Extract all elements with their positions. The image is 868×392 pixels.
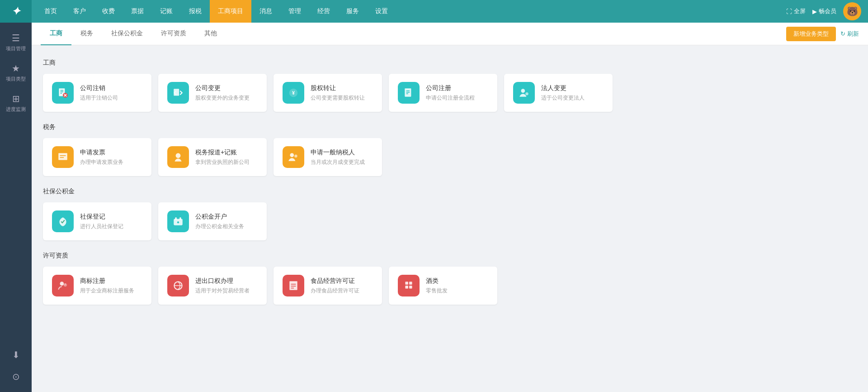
card-title-2-0: 社保登记 (80, 213, 123, 221)
card-title-0-4: 法人变更 (541, 84, 585, 92)
sidebar-item-project-management[interactable]: ☰ 项目管理 (0, 27, 32, 57)
nav-item-3[interactable]: 票据 (123, 0, 152, 23)
card-icon-0-2: ¥ (283, 82, 304, 104)
nav-item-10[interactable]: 服务 (338, 0, 367, 23)
sidebar-label-project-management: 项目管理 (6, 45, 26, 52)
sidebar-item-project-type[interactable]: ★ 项目类型 (0, 57, 32, 88)
tab-qita-label: 其他 (204, 29, 217, 38)
sidebar: ☰ 项目管理 ★ 项目类型 ⊞ 进度监测 ⬇ ⊙ (0, 23, 32, 392)
refresh-label: 刷新 (847, 30, 859, 38)
service-card-0-2[interactable]: ¥股权转让公司变更需要股权转让 (274, 74, 382, 112)
cards-grid-0: 公司注销适用于注销公司公司变更股权变更外的业务变更¥股权转让公司变更需要股权转让… (43, 74, 857, 112)
card-desc-0-4: 适于公司变更法人 (541, 94, 585, 102)
download-icon: ⬇ (12, 349, 20, 360)
card-desc-1-2: 当月或次月成变更完成 (311, 158, 365, 166)
main-layout: ☰ 项目管理 ★ 项目类型 ⊞ 进度监测 ⬇ ⊙ 工商 税务 (0, 23, 868, 392)
service-card-0-1[interactable]: 公司变更股权变更外的业务变更 (158, 74, 267, 112)
card-title-3-3: 酒类 (426, 277, 448, 285)
card-info-1-0: 申请发票办理申请发票业务 (80, 148, 123, 166)
svg-point-21 (294, 155, 297, 158)
tab-shebao[interactable]: 社保公积金 (102, 23, 152, 45)
nav-item-1[interactable]: 客户 (65, 0, 94, 23)
svg-rect-23 (175, 217, 177, 220)
avatar[interactable]: 🐻 (843, 2, 861, 20)
card-title-0-0: 公司注销 (80, 84, 118, 92)
nav-right: ⛶ 全屏 ▶ 畅会员 🐻 (786, 2, 868, 20)
svg-rect-36 (409, 286, 412, 289)
service-card-3-1[interactable]: 进出口权办理适用于对外贸易经营者 (158, 267, 267, 305)
section-title-0: 工商 (43, 59, 857, 67)
card-title-0-2: 股权转让 (311, 84, 365, 92)
svg-point-25 (177, 221, 179, 223)
card-title-1-0: 申请发票 (80, 148, 123, 157)
card-icon-3-1 (167, 275, 189, 296)
card-title-0-1: 公司变更 (195, 84, 250, 92)
nav-item-6[interactable]: 工商项目 (210, 0, 251, 23)
service-card-0-4[interactable]: 法人变更适于公司变更法人 (504, 74, 613, 112)
cards-grid-3: ®商标注册用于企业商标注册服务进出口权办理适用于对外贸易经营者食品经营许可证办理… (43, 267, 857, 305)
service-card-3-3[interactable]: 酒类零售批发 (389, 267, 497, 305)
tab-shuiwu-label: 税务 (80, 29, 93, 38)
service-card-1-0[interactable]: 申请发票办理申请发票业务 (43, 138, 151, 176)
nav-item-11[interactable]: 设置 (367, 0, 396, 23)
service-card-0-0[interactable]: 公司注销适用于注销公司 (43, 74, 151, 112)
card-icon-2-0 (52, 210, 74, 232)
sidebar-item-progress-monitor[interactable]: ⊞ 进度监测 (0, 88, 32, 118)
nav-item-9[interactable]: 经营 (309, 0, 338, 23)
nav-item-2[interactable]: 收费 (94, 0, 123, 23)
card-info-0-2: 股权转让公司变更需要股权转让 (311, 84, 365, 102)
tab-gongshang[interactable]: 工商 (41, 23, 71, 45)
service-card-1-1[interactable]: 税务报道+记账拿到营业执照的新公司 (158, 138, 267, 176)
new-business-type-button[interactable]: 新增业务类型 (786, 27, 836, 41)
nav-item-8[interactable]: 管理 (280, 0, 309, 23)
nav-item-5[interactable]: 报税 (181, 0, 210, 23)
card-info-2-1: 公积金开户办理公积金相关业务 (195, 213, 244, 230)
nav-item-4[interactable]: 记账 (152, 0, 181, 23)
tab-shebao-label: 社保公积金 (111, 29, 143, 38)
logo: ✦ (0, 0, 32, 23)
service-card-3-0[interactable]: ®商标注册用于企业商标注册服务 (43, 267, 151, 305)
sidebar-settings[interactable]: ⊙ (0, 366, 32, 387)
card-icon-0-1 (167, 82, 189, 104)
fullscreen-label: 全屏 (794, 7, 806, 15)
content-area: 工商 税务 社保公积金 许可资质 其他 新增业务类型 ↻ 刷新 (32, 23, 868, 392)
card-info-3-3: 酒类零售批发 (426, 277, 448, 295)
svg-point-19 (176, 153, 181, 158)
service-card-0-3[interactable]: 公司注册申请公司注册全流程 (389, 74, 497, 112)
section-title-1: 税务 (43, 123, 857, 131)
svg-rect-34 (409, 282, 412, 285)
fullscreen-button[interactable]: ⛶ 全屏 (786, 7, 806, 15)
card-icon-3-3 (398, 275, 420, 296)
sidebar-download[interactable]: ⬇ (0, 344, 32, 366)
card-desc-3-3: 零售批发 (426, 287, 448, 295)
card-info-3-2: 食品经营许可证办理食品经营许可证 (311, 277, 359, 295)
settings-icon: ⊙ (12, 371, 20, 382)
nav-menu: 首页客户收费票据记账报税工商项目消息管理经营服务设置 (32, 0, 786, 23)
tabs-right: 新增业务类型 ↻ 刷新 (786, 27, 859, 41)
project-type-icon: ★ (12, 63, 20, 74)
card-desc-3-0: 用于企业商标注册服务 (80, 287, 134, 295)
card-title-1-2: 申请一般纳税人 (311, 148, 365, 157)
card-icon-0-3 (398, 82, 420, 104)
card-info-1-2: 申请一般纳税人当月或次月成变更完成 (311, 148, 365, 166)
top-navigation: ✦ 首页客户收费票据记账报税工商项目消息管理经营服务设置 ⛶ 全屏 ▶ 畅会员 … (0, 0, 868, 23)
nav-item-7[interactable]: 消息 (251, 0, 280, 23)
service-card-2-1[interactable]: 公积金开户办理公积金相关业务 (158, 202, 267, 240)
service-card-1-2[interactable]: 申请一般纳税人当月或次月成变更完成 (274, 138, 382, 176)
card-icon-1-2 (283, 146, 304, 168)
project-management-icon: ☰ (12, 33, 20, 43)
service-card-3-2[interactable]: 食品经营许可证办理食品经营许可证 (274, 267, 382, 305)
vip-button[interactable]: ▶ 畅会员 (812, 7, 836, 15)
card-info-0-4: 法人变更适于公司变更法人 (541, 84, 585, 102)
nav-item-0[interactable]: 首页 (36, 0, 65, 23)
tab-xuke[interactable]: 许可资质 (152, 23, 195, 45)
service-card-2-0[interactable]: 社保登记进行人员社保登记 (43, 202, 151, 240)
card-info-0-3: 公司注册申请公司注册全流程 (426, 84, 475, 102)
refresh-button[interactable]: ↻ 刷新 (840, 30, 859, 38)
tab-shuiwu[interactable]: 税务 (71, 23, 102, 45)
tab-qita[interactable]: 其他 (195, 23, 226, 45)
progress-monitor-icon: ⊞ (12, 93, 20, 104)
card-desc-3-1: 适用于对外贸易经营者 (195, 287, 250, 295)
svg-rect-16 (58, 153, 67, 160)
sidebar-label-project-type: 项目类型 (6, 76, 26, 82)
